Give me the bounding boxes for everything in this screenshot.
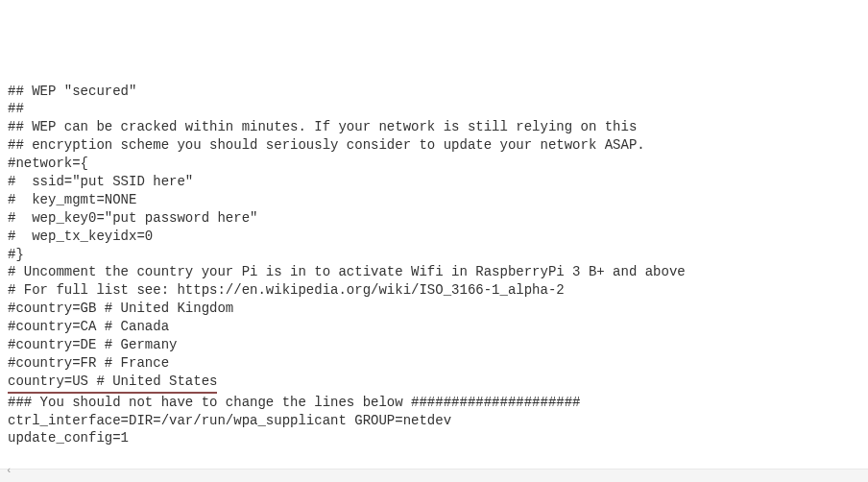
commented-config-line: #country=FR # France xyxy=(8,354,860,373)
highlighted-country-line: country=US # United States xyxy=(8,373,217,394)
active-config-line: country=US # United States xyxy=(8,373,860,394)
commented-config-line: # key_mgmt=NONE xyxy=(8,191,860,209)
comment-line: ## WEP can be cracked within minutes. If… xyxy=(8,118,860,136)
commented-config-line: #country=CA # Canada xyxy=(8,318,860,336)
config-line: update_config=1 xyxy=(8,429,860,447)
commented-config-line: #country=GB # United Kingdom xyxy=(8,300,860,318)
horizontal-scrollbar[interactable]: ‹ xyxy=(0,469,868,482)
commented-config-line: # wep_key0="put password here" xyxy=(8,209,860,228)
comment-line: # Uncomment the country your Pi is in to… xyxy=(8,263,860,281)
commented-config-line: #network={ xyxy=(8,155,860,173)
commented-config-line: #country=DE # Germany xyxy=(8,336,860,354)
commented-config-line: #} xyxy=(8,246,860,264)
comment-line: # For full list see: https://en.wikipedi… xyxy=(8,281,860,300)
comment-line: ## xyxy=(8,100,860,118)
section-divider-comment: ### You should not have to change the li… xyxy=(8,394,860,412)
commented-config-line: # ssid="put SSID here" xyxy=(8,173,860,191)
comment-line: ## WEP "secured" xyxy=(8,83,860,101)
config-line: ctrl_interface=DIR=/var/run/wpa_supplica… xyxy=(8,412,860,430)
scroll-left-arrow-icon[interactable]: ‹ xyxy=(6,464,12,478)
config-file-text: ## WEP "secured"#### WEP can be cracked … xyxy=(8,83,860,448)
commented-config-line: # wep_tx_keyidx=0 xyxy=(8,228,860,246)
comment-line: ## encryption scheme you should seriousl… xyxy=(8,136,860,155)
